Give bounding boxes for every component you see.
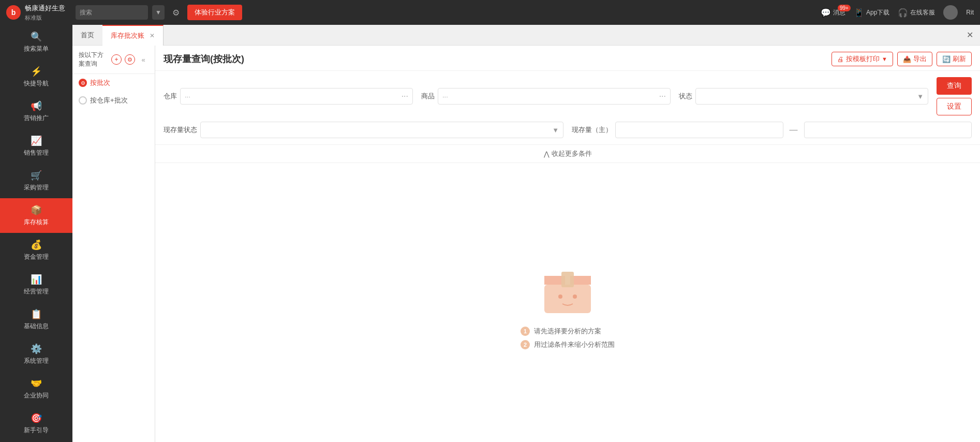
right-panel: 现存量查询(按批次) 🖨 按模板打印 ▼ 📤 导出 🔄 [155,46,980,442]
sidebar-item-inventory[interactable]: 📦 库存核算 [0,198,72,233]
plan-settings-btn[interactable]: ⚙ [125,54,135,65]
refresh-label: 刷新 [953,54,966,64]
print-label: 按模板打印 [846,54,880,64]
search-icon: 🔍 [31,31,42,42]
left-panel-title: 按以下方案查询 [79,51,108,68]
warehouse-placeholder: ··· [185,93,190,100]
close-icon: ✕ [967,30,973,40]
topbar-dropdown-btn[interactable]: ▼ [152,5,165,20]
sidebar-item-enterprise[interactable]: 🤝 企业协同 [0,372,72,406]
sidebar-item-operations[interactable]: 📊 经营管理 [0,268,72,302]
page-header: 现存量查询(按批次) 🖨 按模板打印 ▼ 📤 导出 🔄 [155,46,980,71]
sidebar-label-search: 搜索菜单 [24,45,49,53]
app-download-label: App下载 [866,8,889,17]
sidebar-item-quick-nav[interactable]: ⚡ 快捷导航 [0,60,72,94]
search-placeholder: 搜索 [80,8,92,17]
stock-status-input[interactable]: ▼ [200,122,563,138]
sidebar-item-system[interactable]: ⚙️ 系统管理 [0,337,72,372]
hint-num-2: 2 [521,340,530,349]
trial-btn[interactable]: 体验行业方案 [187,5,242,20]
panel-collapse-btn[interactable]: « [138,54,149,65]
export-label: 导出 [913,54,927,64]
stock-qty-filter: 现存量（主） — [572,122,972,138]
sidebar-label-enterprise: 企业协同 [24,391,49,400]
sales-icon: 📈 [31,135,42,146]
status-filter: 状态 ▼ [679,88,928,105]
online-service-btn[interactable]: 🎧 在线客服 [898,8,935,18]
header-actions: 🖨 按模板打印 ▼ 📤 导出 🔄 刷新 [831,52,972,66]
plan-by-warehouse-batch-label: 按仓库+批次 [90,96,128,105]
filter-row-2: 现存量状态 ▼ 现存量（主） — [164,122,972,138]
left-panel-header: 按以下方案查询 + ⚙ « [72,46,155,74]
add-plan-btn[interactable]: + [111,54,122,65]
page-content: 按以下方案查询 + ⚙ « ⚙ [72,46,980,442]
warehouse-dots-icon[interactable]: ··· [402,92,408,101]
sidebar-item-guide[interactable]: 🎯 新手引导 [0,406,72,441]
brand-wrap: 畅康通好生意 标准版 [25,4,65,22]
page-title: 现存量查询(按批次) [164,53,831,65]
username[interactable]: Rit [966,9,974,16]
stock-status-dropdown: ▼ [552,126,559,134]
filter-btn-group: 查询 设置 [937,77,972,115]
settings-btn[interactable]: 设置 [937,98,972,115]
message-icon: 💬 [821,8,831,18]
filter-row-1: 仓库 ··· ··· 商品 ··· ··· [164,77,972,115]
plan-active-dot: ⚙ [79,79,87,87]
sidebar-item-marketing[interactable]: 📢 营销推广 [0,94,72,129]
stock-qty-max-input[interactable] [804,122,972,138]
product-label: 商品 [421,92,435,101]
plan-item-by-batch[interactable]: ⚙ 按批次 [72,74,155,92]
tab-home[interactable]: 首页 [72,25,102,46]
message-btn[interactable]: 💬 消息 99+ [821,8,845,18]
user-avatar[interactable] [943,5,958,20]
export-btn[interactable]: 📤 导出 [897,52,932,66]
sidebar-item-sales[interactable]: 📈 销售管理 [0,129,72,164]
stock-qty-min-input[interactable] [615,122,783,138]
sidebar-item-basic-info[interactable]: 📋 基础信息 [0,302,72,337]
sidebar-label-sales: 销售管理 [24,149,49,157]
print-btn[interactable]: 🖨 按模板打印 ▼ [831,52,893,66]
chevron-up-icon: ⋀ [544,150,550,158]
stock-status-filter: 现存量状态 ▼ [164,122,563,138]
qty-separator: — [786,125,801,135]
operations-icon: 📊 [31,274,42,285]
sidebar-item-search[interactable]: 🔍 搜索菜单 [0,25,72,60]
stock-qty-label: 现存量（主） [572,125,612,135]
tab-close-icon[interactable]: ✕ [150,32,155,39]
tab-batch-ledger[interactable]: 库存批次账 ✕ [102,25,164,46]
topbar-gear-icon[interactable]: ⚙ [169,5,183,20]
sidebar-label-guide: 新手引导 [24,426,49,435]
product-filter: 商品 ··· ··· [421,88,671,105]
app-download-btn[interactable]: 📱 App下载 [854,8,889,18]
sidebar-label-quick-nav: 快捷导航 [24,79,49,88]
purchase-icon: 🛒 [31,170,42,181]
hint-num-1: 1 [521,327,530,336]
enterprise-icon: 🤝 [31,378,42,389]
empty-icon [537,256,599,318]
warehouse-input[interactable]: ··· ··· [180,88,413,105]
app-icon: 📱 [854,8,864,18]
topbar-search-box[interactable]: 搜索 [76,5,148,20]
sidebar-label-inventory: 库存核算 [24,218,49,227]
sidebar: 🔍 搜索菜单 ⚡ 快捷导航 📢 营销推广 📈 销售管理 🛒 采购管理 📦 库存核… [0,25,72,442]
print-dropdown-icon[interactable]: ▼ [882,56,887,62]
topbar-right: 💬 消息 99+ 📱 App下载 🎧 在线客服 Rit [821,5,974,20]
svg-point-3 [573,294,577,299]
collapse-more-btn[interactable]: ⋀ 收起更多条件 [544,149,592,158]
message-badge: 99+ [838,5,851,11]
product-input[interactable]: ··· ··· [438,88,671,105]
empty-hints: 1 请先选择要分析的方案 2 用过滤条件来缩小分析范围 [521,327,615,349]
empty-state: 1 请先选择要分析的方案 2 用过滤条件来缩小分析范围 [155,163,980,442]
sidebar-label-operations: 经营管理 [24,287,49,296]
sidebar-item-purchase[interactable]: 🛒 采购管理 [0,164,72,198]
warehouse-filter: 仓库 ··· ··· [164,88,413,105]
product-placeholder: ··· [442,93,448,100]
status-input[interactable]: ▼ [695,88,928,105]
sidebar-item-finance[interactable]: 💰 资金管理 [0,233,72,268]
product-dots-icon[interactable]: ··· [659,92,666,101]
collapse-row: ⋀ 收起更多条件 [155,145,980,163]
plan-item-by-warehouse-batch[interactable]: 按仓库+批次 [72,92,155,109]
refresh-btn[interactable]: 🔄 刷新 [937,52,972,66]
query-btn[interactable]: 查询 [937,77,972,95]
panel-close-btn[interactable]: ✕ [959,25,980,46]
